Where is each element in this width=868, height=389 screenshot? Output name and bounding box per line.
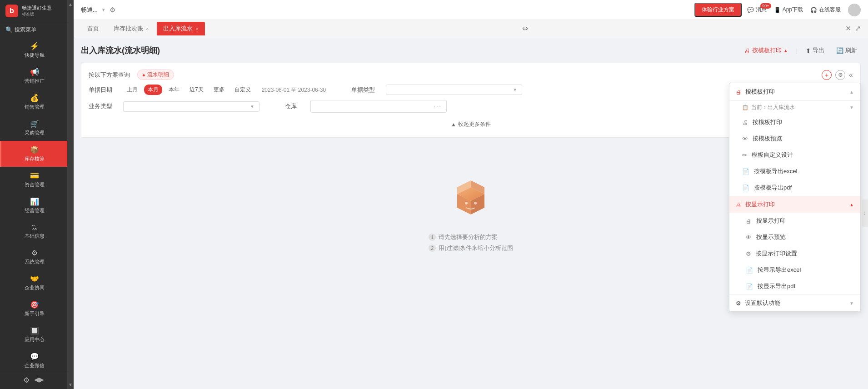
filter-row-top: 按以下方案查询 ● 流水明细 + ⚙ « — [89, 70, 853, 80]
empty-tip-2: 2 用[过滤]条件来缩小分析范围 — [429, 244, 513, 252]
empty-illustration — [444, 171, 498, 226]
date-filter: 上月 本月 本年 近7天 更多 自定义 — [123, 85, 254, 95]
edition-tag: 标准版 — [22, 11, 52, 17]
sidebar-item-basic[interactable]: 🗂 基础信息 — [0, 219, 67, 244]
tab-batch-account[interactable]: 库存批次账 × — [107, 22, 155, 35]
print-dropdown: 🖨 按模板打印 ▲ 📋 当前：出入库流水 ▼ 🖨 按模板打印 — [729, 83, 861, 312]
dropdown-sub-item-display-settings[interactable]: ⚙ 按显示打印设置 — [729, 245, 860, 262]
export-label: 导出 — [813, 46, 824, 55]
date-btn-this-year[interactable]: 本年 — [165, 85, 183, 95]
tab-flow[interactable]: 出入库流水 × — [157, 22, 205, 35]
dropdown-item-template-design[interactable]: ✏ 模板自定义设计 — [729, 147, 860, 163]
sidebar-search-label: 搜索菜单 — [15, 26, 36, 34]
collapse-more-btn[interactable]: ▲ 收起更多条件 — [451, 120, 491, 128]
scroll-down-btn[interactable]: ▼ — [68, 382, 73, 387]
dropdown-item-template-pdf[interactable]: 📄 按模板导出pdf — [729, 180, 860, 196]
filter-add-btn[interactable]: + — [822, 70, 832, 80]
sidebar-item-collab[interactable]: 🤝 企业协同 — [0, 270, 67, 296]
dropdown-sub-item-display-preview[interactable]: 👁 按显示预览 — [729, 229, 860, 245]
date-btn-more[interactable]: 更多 — [210, 85, 228, 95]
sidebar-item-purchase[interactable]: 🛒 采购管理 — [0, 115, 67, 141]
display-preview-label: 按显示预览 — [756, 233, 786, 241]
date-btn-last-month[interactable]: 上月 — [123, 85, 141, 95]
sidebar-item-operation[interactable]: 📊 经营管理 — [0, 193, 67, 219]
current-label: 当前：出入库流水 — [751, 104, 795, 111]
refresh-btn[interactable]: 🔄 刷新 — [833, 45, 861, 56]
quick-nav-icon: ⚡ — [30, 42, 39, 50]
toolbar-divider: | — [796, 47, 798, 54]
sidebar-item-quick-nav[interactable]: ⚡ 快捷导航 — [0, 37, 67, 63]
display-preview-icon: 👁 — [746, 234, 752, 241]
sidebar-item-sales[interactable]: 💰 销售管理 — [0, 89, 67, 115]
tab-batch-account-close[interactable]: × — [146, 26, 149, 31]
dropdown-sub-item-display-pdf[interactable]: 📄 按显示导出pdf — [729, 278, 860, 294]
export-btn[interactable]: ⬆ 导出 — [802, 45, 828, 56]
filter-controls: + ⚙ « — [822, 70, 853, 80]
trial-btn[interactable]: 体验行业方案 — [694, 3, 742, 17]
template-excel-label: 按模板导出excel — [754, 167, 797, 175]
svg-point-5 — [465, 202, 468, 204]
online-service-label: 在线客服 — [819, 6, 841, 14]
avatar[interactable] — [848, 4, 861, 16]
display-settings-label: 按显示打印设置 — [756, 249, 797, 258]
page-header: 出入库流水(流水明细) 🖨 按模板打印 ▲ | ⬆ 导出 🔄 刷新 — [81, 45, 861, 56]
bill-type-select[interactable]: ▼ — [386, 85, 522, 95]
template-pdf-icon: 📄 — [742, 185, 749, 191]
template-preview-label: 按模板预览 — [753, 135, 782, 143]
sidebar-item-wechat[interactable]: 💬 企业微信 — [0, 348, 67, 371]
date-btn-custom[interactable]: 自定义 — [231, 85, 254, 95]
user-dropdown-icon[interactable]: ▼ — [101, 7, 106, 12]
settings-gear-icon[interactable]: ⚙ — [110, 6, 115, 14]
business-type-select[interactable]: ▼ — [123, 101, 259, 112]
close-window-icon[interactable]: ✕ — [845, 24, 851, 33]
apps-icon: 🔲 — [30, 326, 39, 335]
toggle-bottom-icon[interactable]: ◀▶ — [34, 376, 44, 384]
filter-tag-icon: ● — [142, 72, 145, 78]
export-icon: ⬆ — [806, 47, 811, 54]
operation-icon: 📊 — [30, 197, 39, 206]
tab-home[interactable]: 首页 — [81, 22, 105, 35]
warehouse-label: 仓库 — [285, 102, 303, 110]
template-print-item-label: 按模板打印 — [753, 118, 782, 126]
headset-icon: 🎧 — [810, 7, 817, 13]
app-download-btn[interactable]: 📱 App下载 — [774, 6, 803, 14]
warehouse-select[interactable]: ··· — [310, 100, 447, 113]
tabs-expand-icon[interactable]: ⇔ — [522, 24, 528, 33]
date-btn-7days[interactable]: 近7天 — [186, 85, 207, 95]
display-section-header[interactable]: 🖨 按显示打印 ▲ — [729, 196, 860, 213]
sidebar-item-marketing[interactable]: 📢 营销推广 — [0, 63, 67, 89]
template-print-btn[interactable]: 🖨 按模板打印 ▲ — [741, 45, 792, 56]
date-btn-this-month[interactable]: 本月 — [144, 85, 162, 95]
current-icon: 📋 — [742, 105, 748, 110]
message-btn[interactable]: 💬 消息 99+ — [747, 6, 767, 14]
tab-flow-close[interactable]: × — [195, 26, 198, 31]
sidebar-item-finance[interactable]: 💳 资金管理 — [0, 167, 67, 193]
set-default-btn[interactable]: ⚙ 设置默认功能 ▼ — [729, 295, 860, 311]
settings-bottom-icon[interactable]: ⚙ — [23, 376, 30, 384]
dropdown-item-template-print[interactable]: 🖨 按模板打印 — [729, 114, 860, 130]
filter-collapse-btn[interactable]: « — [849, 71, 853, 79]
filter-tag-label: 流水明细 — [147, 71, 169, 79]
sidebar-item-system[interactable]: ⚙ 系统管理 — [0, 244, 67, 270]
scroll-up-btn[interactable]: ▲ — [68, 2, 73, 7]
dropdown-sub-item-display-excel[interactable]: 📄 按显示导出excel — [729, 262, 860, 278]
tip-num-1: 1 — [429, 234, 436, 241]
date-range: 2023-06-01 至 2023-06-30 — [262, 86, 326, 94]
sidebar-label-collab: 企业协同 — [25, 284, 45, 291]
filter-settings-btn[interactable]: ⚙ — [835, 70, 845, 80]
sidebar-item-inventory[interactable]: 📦 库存核算 — [0, 141, 67, 167]
dropdown-collapse-icon[interactable]: ▲ — [849, 90, 854, 95]
dropdown-current: 📋 当前：出入库流水 ▼ — [729, 101, 860, 114]
sidebar-item-apps[interactable]: 🔲 应用中心 — [0, 322, 67, 348]
tab-window-controls: ✕ ⤢ — [845, 24, 861, 33]
dropdown-sub-item-display-print[interactable]: 🖨 按显示打印 — [729, 213, 860, 229]
tabs-bar: 首页 库存批次账 × 出入库流水 × ⇔ ✕ ⤢ — [74, 20, 868, 37]
dropdown-item-template-excel[interactable]: 📄 按模板导出excel — [729, 163, 860, 180]
online-service-btn[interactable]: 🎧 在线客服 — [810, 6, 841, 14]
right-expand-handle[interactable]: › — [862, 199, 868, 227]
expand-window-icon[interactable]: ⤢ — [855, 24, 861, 33]
sidebar-search[interactable]: 🔍 搜索菜单 — [0, 22, 67, 37]
finance-icon: 💳 — [30, 171, 39, 180]
sidebar-item-guide[interactable]: 🎯 新手引导 — [0, 296, 67, 322]
dropdown-item-template-preview[interactable]: 👁 按模板预览 — [729, 130, 860, 147]
